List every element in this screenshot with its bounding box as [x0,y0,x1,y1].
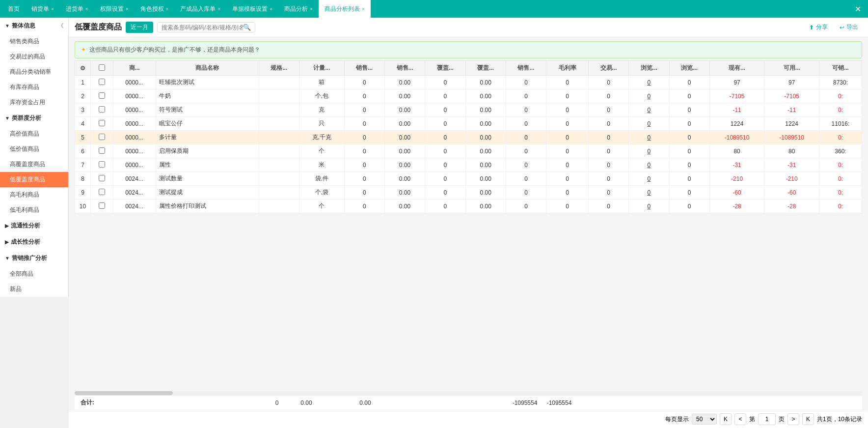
nav-permission[interactable]: 权限设置 × [94,0,135,18]
row-coverage1: 0 [425,186,465,200]
sidebar-collapse-icon[interactable]: 《 [58,22,63,29]
row-num: 2 [75,89,91,103]
nav-close-icon[interactable]: × [85,6,88,12]
row-checkbox[interactable] [99,175,105,181]
export-button[interactable]: ↩ 导出 [836,22,862,33]
row-name: 符号测试 [156,103,259,117]
row-view2: 0 [669,158,709,172]
nav-close-icon[interactable]: × [270,6,272,12]
period-button[interactable]: 近一月 [126,22,153,33]
row-view1[interactable]: 0 [629,158,669,172]
row-checkbox[interactable] [99,92,105,99]
sidebar-item-stocked-products[interactable]: 有库存商品 [0,80,68,95]
nav-purchase-order[interactable]: 进货单 × [60,0,94,18]
share-button[interactable]: ⬆ 分享 [805,22,832,33]
scrollbar-thumb[interactable] [75,391,173,395]
row-checkbox[interactable] [99,106,105,113]
sidebar-item-low-margin[interactable]: 低毛利商品 [0,202,68,218]
last-page-button[interactable]: K [802,413,814,425]
horizontal-scrollbar[interactable] [75,391,862,395]
page-input[interactable] [758,413,776,425]
first-page-button[interactable]: K [720,413,732,425]
search-input[interactable] [162,24,243,31]
sidebar-section-overview[interactable]: ▼ 整体信息 《 [0,18,68,34]
row-name: 多计量 [156,131,259,144]
row-checkbox[interactable] [99,161,105,168]
nav-product-analysis[interactable]: 商品分析 × [278,0,319,18]
nav-close-icon[interactable]: × [362,6,365,12]
sidebar-item-all-products[interactable]: 全部商品 [0,266,68,282]
sidebar-item-high-coverage[interactable]: 高覆盖度商品 [0,157,68,172]
row-spec [259,186,299,200]
sidebar-section-marketing[interactable]: ▼ 营销推广分析 [0,250,68,266]
nav-close-icon[interactable]: × [217,6,220,12]
row-code: 0000... [113,117,156,131]
row-transaction: 0 [588,76,628,89]
next-page-button[interactable]: > [787,413,799,425]
sidebar-item-stock-capital[interactable]: 库存资金占用 [0,95,68,110]
row-view2: 0 [669,186,709,200]
row-sales-qty: 0 [344,200,384,213]
row-view1[interactable]: 0 [629,172,669,186]
pagination-bar: 每页显示 50 100 200 K < 第 页 > K 共1页，10条记录 [69,410,868,428]
prev-page-button[interactable]: < [734,413,746,425]
row-view1[interactable]: 0 [629,131,669,144]
sidebar-item-high-value[interactable]: 高价值商品 [0,126,68,142]
nav-template[interactable]: 单据模板设置 × [226,0,278,18]
nav-close-icon[interactable]: × [166,6,169,12]
sidebar-item-traded-products[interactable]: 交易过的商品 [0,49,68,64]
row-view1[interactable]: 0 [629,89,669,103]
sidebar-item-low-value[interactable]: 低价值商品 [0,142,68,157]
nav-product-inbound[interactable]: 产成品入库单 × [174,0,226,18]
sidebar-item-high-margin[interactable]: 高毛利商品 [0,187,68,202]
arrow-right-icon: ▶ [5,239,9,245]
row-checkbox[interactable] [99,147,105,154]
nav-close-all-button[interactable]: ✕ [850,4,866,14]
sidebar-section-liquidity[interactable]: ▶ 流通性分析 [0,218,68,234]
sidebar-section-cluster[interactable]: ▼ 类群度分析 [0,110,68,126]
row-checkbox[interactable] [99,79,105,85]
row-view2: 0 [669,117,709,131]
nav-close-icon[interactable]: × [51,6,54,12]
row-unit: 袋,件 [299,172,344,186]
row-view1[interactable]: 0 [629,117,669,131]
row-checkbox[interactable] [99,120,105,126]
sidebar-section-growth[interactable]: ▶ 成长性分析 [0,234,68,250]
select-all-checkbox[interactable] [99,64,105,71]
row-stock-sale: 0: [819,186,862,200]
row-checkbox[interactable] [99,134,105,140]
row-checkbox-cell [91,158,113,172]
sidebar-item-new-products[interactable]: 新品 [0,282,68,297]
nav-sales-order[interactable]: 销货单 × [26,0,60,18]
settings-col-header[interactable]: ⚙ [75,61,91,76]
checkbox-col-header[interactable] [91,61,113,76]
row-view1[interactable]: 0 [629,186,669,200]
sidebar-item-category-turnover[interactable]: 商品分类动销率 [0,64,68,80]
sidebar-item-low-coverage[interactable]: 低覆盖度商品 [0,172,68,187]
sidebar-item-sales-products[interactable]: 销售类商品 [0,34,68,49]
row-spec [259,76,299,89]
row-view1[interactable]: 0 [629,200,669,213]
row-num: 1 [75,76,91,89]
nav-home[interactable]: 首页 [2,0,26,18]
nav-product-analysis-list[interactable]: 商品分析列表 × [319,0,371,18]
row-checkbox[interactable] [99,189,105,195]
row-num: 7 [75,158,91,172]
row-transaction: 0 [588,200,628,213]
arrow-down-icon: ▼ [5,115,10,121]
data-table-container[interactable]: ⚙ 商... 商品名称 规格... 计量... 销售... 销售... 覆盖..… [75,60,862,391]
row-view1[interactable]: 0 [629,76,669,89]
per-page-select[interactable]: 50 100 200 [692,414,717,425]
nav-close-icon[interactable]: × [310,6,313,12]
row-sales-qty: 0 [344,172,384,186]
row-checkbox[interactable] [99,202,105,209]
nav-role[interactable]: 角色授权 × [135,0,175,18]
search-icon[interactable]: 🔍 [243,24,251,31]
row-view1[interactable]: 0 [629,103,669,117]
row-num: 9 [75,186,91,200]
row-view1[interactable]: 0 [629,144,669,158]
nav-close-icon[interactable]: × [126,6,129,12]
col-stock-sale: 可销... [819,61,862,76]
sidebar: ▼ 整体信息 《 销售类商品 交易过的商品 商品分类动销率 有库存商品 库存资金… [0,18,69,297]
col-stock-avail: 可用... [764,61,819,76]
